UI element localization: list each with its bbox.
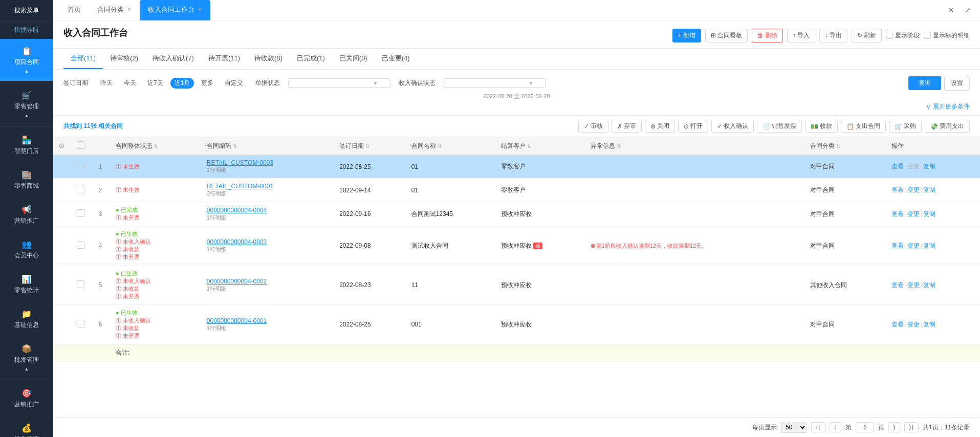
tab-home[interactable]: 首页 bbox=[59, 0, 89, 20]
filter-tab-pending-payment[interactable]: 待收款(8) bbox=[247, 49, 290, 69]
op-btn-查看[interactable]: 查看 bbox=[891, 321, 904, 328]
date-btn-last1month[interactable]: 近1月 bbox=[170, 78, 194, 89]
op-btn-变更[interactable]: 变更 bbox=[907, 163, 920, 170]
refresh-button[interactable]: ↻ 刷新 bbox=[852, 29, 882, 42]
op-btn-变更[interactable]: 变更 bbox=[907, 281, 920, 289]
sort-code-icon[interactable]: ⇅ bbox=[233, 143, 237, 149]
sort-category-icon[interactable]: ⇅ bbox=[836, 143, 840, 149]
filter-tab-pending-invoice[interactable]: 待开票(11) bbox=[201, 49, 247, 69]
date-btn-custom[interactable]: 自定义 bbox=[221, 78, 247, 89]
action-btn-payment[interactable]: 💵收款 bbox=[805, 120, 838, 133]
sidebar-item-wholesale[interactable]: 📦 批发管理 ▲ bbox=[0, 337, 53, 379]
delete-button[interactable]: 🗑 删除 bbox=[752, 29, 783, 42]
sidebar-quick-nav[interactable]: 快捷导航 bbox=[0, 21, 53, 39]
action-btn-abandon[interactable]: ✗弃审 bbox=[612, 120, 642, 133]
date-btn-last7[interactable]: 近7天 bbox=[143, 78, 167, 89]
filter-tab-changed[interactable]: 已变更(4) bbox=[375, 49, 417, 69]
contract-code-link[interactable]: RETAIL_CUSTOM-0003 bbox=[207, 159, 329, 166]
setting-button[interactable]: 设置 bbox=[944, 76, 970, 91]
new-button[interactable]: + 新增 bbox=[672, 29, 701, 42]
sidebar-item-retail-mall[interactable]: 🏬 零售商城 bbox=[0, 163, 53, 198]
row-checkbox[interactable] bbox=[77, 186, 84, 193]
action-btn-purchase[interactable]: 🛒采购 bbox=[889, 120, 922, 133]
sidebar-item-retail[interactable]: 🛒 零售管理 ▲ bbox=[0, 83, 53, 125]
first-page-button[interactable]: ⟨⟨ bbox=[811, 422, 825, 432]
last-page-button[interactable]: ⟩⟩ bbox=[904, 422, 919, 432]
filter-tab-completed[interactable]: 已完成(1) bbox=[290, 49, 332, 69]
action-btn-sales-invoice[interactable]: 📄销售发票 bbox=[757, 120, 802, 133]
action-btn-income-confirm[interactable]: ✓收入确认 bbox=[711, 120, 754, 133]
import-button[interactable]: ↑ 导入 bbox=[787, 29, 815, 42]
sort-error-icon[interactable]: ⇅ bbox=[617, 143, 621, 149]
sidebar-item-member[interactable]: 👥 会员中心 bbox=[0, 232, 53, 267]
show-fields-check[interactable]: 显示阶段 bbox=[886, 31, 920, 40]
op-btn-复制[interactable]: 复制 bbox=[923, 242, 935, 249]
op-btn-查看[interactable]: 查看 bbox=[891, 186, 904, 193]
sidebar-search[interactable]: 搜索菜单 bbox=[0, 0, 53, 21]
sidebar-item-sales[interactable]: 💰 销售管理 bbox=[0, 416, 53, 437]
sidebar-item-basic-info[interactable]: 📁 基础信息 bbox=[0, 302, 53, 337]
contract-code-link[interactable]: 0000000000004-0003 bbox=[207, 238, 329, 246]
action-btn-review[interactable]: ✓审核 bbox=[578, 120, 608, 133]
table-wrap[interactable]: ⚙ 合同整体状态 ⇅ 合同编码 ⇅ 签订日期 ⇅ bbox=[53, 137, 980, 417]
tab-close-income-contract[interactable]: ✕ bbox=[198, 6, 202, 13]
status-select[interactable]: ▼ bbox=[288, 78, 390, 88]
date-btn-today[interactable]: 今天 bbox=[120, 78, 140, 89]
expand-filter-btn[interactable]: ∨ 展开更多条件 bbox=[926, 102, 970, 111]
op-btn-查看[interactable]: 查看 bbox=[891, 210, 904, 217]
prev-page-button[interactable]: ⟨ bbox=[830, 422, 841, 432]
export-button[interactable]: ↓ 导出 bbox=[819, 29, 847, 42]
next-page-button[interactable]: ⟩ bbox=[888, 422, 900, 432]
row-checkbox[interactable] bbox=[77, 162, 84, 170]
op-btn-查看[interactable]: 查看 bbox=[891, 163, 904, 170]
date-btn-more[interactable]: 更多 bbox=[197, 78, 217, 89]
contract-code-link[interactable]: RETAIL_CUSTOM-0001 bbox=[207, 183, 329, 190]
contract-code-link[interactable]: 0000000000004-0004 bbox=[207, 207, 329, 214]
op-btn-复制[interactable]: 复制 bbox=[923, 186, 935, 193]
op-btn-复制[interactable]: 复制 bbox=[923, 163, 935, 170]
contract-code-link[interactable]: 0000000000004-0001 bbox=[207, 317, 329, 324]
page-input[interactable] bbox=[856, 422, 874, 432]
sidebar-item-smart-store[interactable]: 🏪 智慧门店 bbox=[0, 128, 53, 163]
row-checkbox[interactable] bbox=[77, 241, 84, 249]
settings-icon[interactable]: ⚙ bbox=[58, 142, 65, 150]
action-btn-expense[interactable]: 💸费用支出 bbox=[925, 120, 970, 133]
op-btn-变更[interactable]: 变更 bbox=[907, 186, 920, 193]
op-btn-变更[interactable]: 变更 bbox=[907, 321, 920, 328]
op-btn-复制[interactable]: 复制 bbox=[923, 210, 935, 217]
sidebar-item-marketing[interactable]: 📢 营销推广 bbox=[0, 198, 53, 232]
action-btn-out-contract[interactable]: 📋支出合同 bbox=[841, 120, 886, 133]
op-btn-变更[interactable]: 变更 bbox=[907, 242, 920, 249]
op-btn-查看[interactable]: 查看 bbox=[891, 242, 904, 249]
maximize-window-icon[interactable]: ⤢ bbox=[962, 5, 974, 15]
close-window-icon[interactable]: ✕ bbox=[945, 5, 957, 15]
date-btn-yesterday[interactable]: 昨天 bbox=[96, 78, 117, 89]
income-confirm-select[interactable]: ▼ bbox=[444, 78, 546, 88]
contract-panel-button[interactable]: ⊞ 合同看板 bbox=[705, 29, 748, 42]
row-checkbox[interactable] bbox=[77, 280, 84, 288]
op-btn-复制[interactable]: 复制 bbox=[923, 321, 935, 328]
show-fields-checkbox[interactable] bbox=[886, 32, 893, 39]
sort-date-icon[interactable]: ⇅ bbox=[365, 143, 369, 149]
sort-status-icon[interactable]: ⇅ bbox=[154, 143, 158, 149]
show-marks-checkbox[interactable] bbox=[924, 32, 931, 39]
sidebar-item-marketing2[interactable]: 🎯 营销推广 bbox=[0, 381, 53, 416]
op-btn-变更[interactable]: 变更 bbox=[907, 210, 920, 217]
tab-close-contract-category[interactable]: ✕ bbox=[127, 6, 132, 13]
tab-contract-category[interactable]: 合同分类 ✕ bbox=[89, 0, 140, 20]
action-btn-open[interactable]: ⊙打开 bbox=[678, 120, 708, 133]
filter-tab-all[interactable]: 全部(11) bbox=[63, 49, 103, 69]
action-btn-close[interactable]: ⊗关闭 bbox=[645, 120, 675, 133]
op-btn-复制[interactable]: 复制 bbox=[923, 281, 935, 289]
sort-name-icon[interactable]: ⇅ bbox=[438, 143, 442, 149]
filter-tab-pending-review[interactable]: 待审核(2) bbox=[103, 49, 145, 69]
sort-customer-icon[interactable]: ⇅ bbox=[527, 143, 531, 149]
sidebar-item-retail-stats[interactable]: 📊 零售统计 bbox=[0, 267, 53, 302]
row-checkbox[interactable] bbox=[77, 209, 84, 217]
sidebar-item-project[interactable]: 📋 项目合同 ▲ bbox=[0, 39, 53, 81]
contract-code-link[interactable]: 0000000000004-0002 bbox=[207, 278, 329, 285]
tab-income-contract[interactable]: 收入合同工作台 ✕ bbox=[140, 0, 210, 20]
show-marks-check[interactable]: 显示标的明细 bbox=[924, 31, 970, 40]
filter-tab-closed[interactable]: 已关闭(0) bbox=[332, 49, 375, 69]
select-all-checkbox[interactable] bbox=[77, 141, 84, 149]
